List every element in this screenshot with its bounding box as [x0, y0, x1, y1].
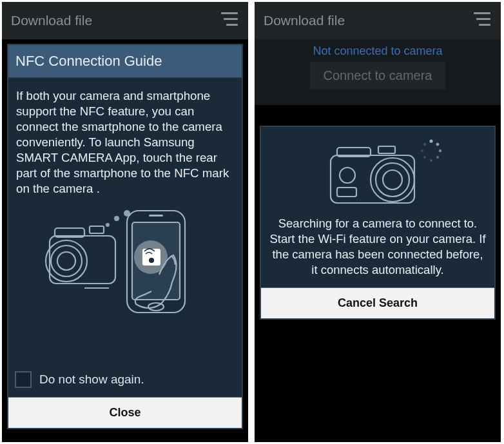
dialog-title: NFC Connection Guide [8, 45, 242, 78]
search-text: Searching for a camera to connect to. St… [261, 211, 494, 287]
svg-point-19 [371, 158, 414, 202]
close-button[interactable]: Close [8, 397, 242, 428]
menu-icon[interactable] [472, 12, 492, 29]
svg-point-3 [46, 240, 87, 282]
search-dialog: Searching for a camera to connect to. St… [260, 126, 496, 320]
svg-rect-18 [378, 146, 395, 153]
connect-button[interactable]: Connect to camera [310, 62, 445, 90]
svg-point-22 [340, 168, 355, 183]
phone-left: Download file NFC Connection Guide If bo… [2, 2, 248, 442]
svg-point-28 [430, 159, 432, 162]
svg-rect-23 [337, 188, 356, 197]
svg-point-5 [57, 252, 75, 270]
topbar-title: Download file [11, 13, 92, 28]
nfc-dialog: NFC Connection Guide If both your camera… [7, 44, 243, 429]
svg-rect-12 [149, 215, 163, 217]
cancel-button[interactable]: Cancel Search [261, 287, 494, 318]
svg-point-4 [51, 246, 82, 276]
dont-show-row[interactable]: Do not show again. [8, 369, 242, 397]
checkbox-icon[interactable] [15, 371, 32, 388]
menu-icon[interactable] [220, 12, 239, 29]
camera-illustration [261, 127, 494, 211]
svg-point-31 [423, 143, 426, 146]
svg-point-27 [436, 156, 439, 159]
svg-point-20 [376, 163, 409, 197]
nfc-illustration [8, 199, 242, 322]
svg-point-15 [149, 258, 154, 263]
topbar-title: Download file [264, 13, 345, 28]
svg-point-7 [114, 216, 119, 221]
svg-point-24 [429, 139, 432, 142]
topbar: Download file [2, 2, 248, 39]
connection-area: Not connected to camera Connect to camer… [255, 39, 501, 105]
phone-right: Download file Not connected to camera Co… [255, 2, 501, 442]
svg-point-25 [436, 143, 440, 146]
svg-point-30 [421, 150, 423, 152]
svg-point-6 [106, 223, 110, 227]
svg-rect-2 [90, 226, 104, 233]
dialog-body-text: If both your camera and smartphone suppo… [8, 78, 242, 200]
status-text: Not connected to camera [255, 39, 501, 62]
checkbox-label: Do not show again. [39, 372, 144, 387]
svg-point-26 [439, 150, 441, 152]
svg-point-29 [423, 156, 426, 159]
topbar: Download file [255, 2, 501, 39]
svg-point-21 [383, 170, 402, 189]
